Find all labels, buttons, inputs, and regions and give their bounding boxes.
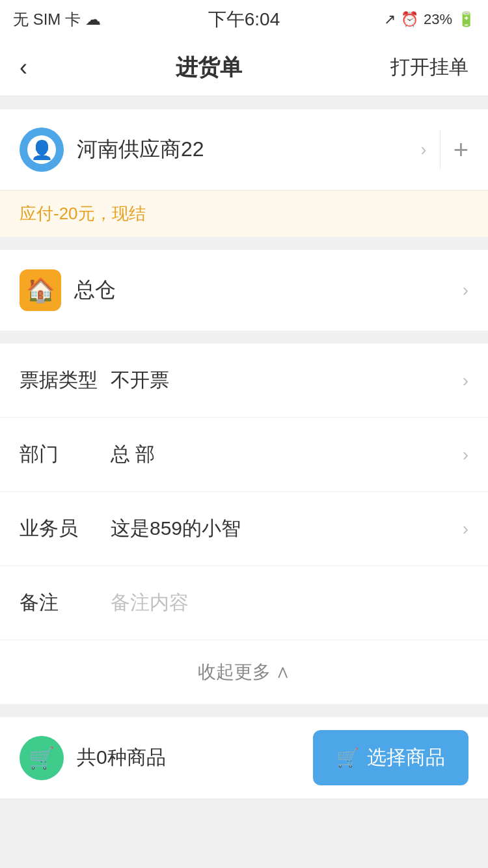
supplier-row[interactable]: 👤 河南供应商22 › + [0, 109, 488, 190]
supplier-divider [440, 130, 441, 169]
cart-icon: 🛒 [29, 746, 55, 770]
warehouse-row[interactable]: 🏠 总仓 › [0, 250, 488, 331]
notice-bar: 应付-20元，现结 [0, 190, 488, 237]
supplier-name: 河南供应商22 [77, 135, 420, 164]
cart-icon-wrap: 🛒 [20, 736, 64, 780]
invoice-type-value: 不开票 [104, 367, 463, 394]
status-left: 无 SIM 卡 ☁ [13, 9, 101, 30]
department-label: 部门 [20, 441, 104, 468]
invoice-type-label: 票据类型 [20, 367, 104, 394]
warehouse-icon: 🏠 [26, 277, 55, 304]
remark-input[interactable]: 备注内容 [104, 590, 468, 616]
status-right: ↗ ⏰ 23% 🔋 [384, 11, 475, 28]
salesperson-label: 业务员 [20, 515, 104, 542]
warehouse-section[interactable]: 🏠 总仓 › [0, 250, 488, 331]
salesperson-row[interactable]: 业务员 这是859的小智 › [0, 491, 488, 565]
alarm-icon: ⏰ [401, 11, 418, 28]
supplier-chevron-icon: › [420, 139, 426, 160]
battery-icon: 🔋 [457, 11, 475, 28]
battery-level: 23% [424, 11, 452, 28]
location-icon: ↗ [384, 11, 396, 28]
open-pending-button[interactable]: 打开挂单 [390, 54, 468, 81]
warehouse-icon-wrap: 🏠 [20, 269, 61, 311]
select-btn-icon: 🛒 [336, 747, 359, 768]
add-supplier-button[interactable]: + [454, 135, 468, 165]
invoice-chevron-icon: › [463, 370, 468, 391]
back-button[interactable]: ‹ [20, 54, 27, 81]
invoice-type-row[interactable]: 票据类型 不开票 › [0, 344, 488, 417]
salesperson-value: 这是859的小智 [104, 515, 463, 542]
gap-1 [0, 96, 488, 109]
collapse-label: 收起更多 ∧ [198, 662, 291, 682]
supplier-avatar: 👤 [20, 128, 64, 172]
select-product-button[interactable]: 🛒 选择商品 [313, 730, 468, 785]
supplier-section: 👤 河南供应商22 › + 应付-20元，现结 [0, 109, 488, 237]
avatar-person-icon: 👤 [31, 139, 53, 161]
gap-3 [0, 331, 488, 344]
bottom-bar: 🛒 共0种商品 🛒 选择商品 [0, 717, 488, 798]
remark-row[interactable]: 备注 备注内容 [0, 565, 488, 640]
gap-2 [0, 237, 488, 250]
status-time: 下午6:04 [208, 7, 280, 32]
department-value: 总 部 [104, 441, 463, 468]
department-chevron-icon: › [463, 444, 468, 465]
notice-text: 应付-20元，现结 [20, 204, 146, 223]
collapse-button[interactable]: 收起更多 ∧ [0, 640, 488, 704]
page-title: 进货单 [176, 53, 242, 83]
salesperson-chevron-icon: › [463, 519, 468, 539]
body-background [0, 798, 488, 868]
nav-bar: ‹ 进货单 打开挂单 [0, 39, 488, 96]
remark-label: 备注 [20, 590, 104, 616]
warehouse-name: 总仓 [74, 276, 463, 305]
gap-4 [0, 704, 488, 717]
form-section: 票据类型 不开票 › 部门 总 部 › 业务员 这是859的小智 › 备注 备注… [0, 344, 488, 704]
select-btn-label: 选择商品 [367, 744, 445, 771]
warehouse-chevron-icon: › [463, 280, 468, 301]
avatar-inner: 👤 [27, 135, 56, 164]
sim-status: 无 SIM 卡 ☁ [13, 9, 101, 30]
department-row[interactable]: 部门 总 部 › [0, 417, 488, 491]
product-count: 共0种商品 [77, 744, 300, 771]
status-bar: 无 SIM 卡 ☁ 下午6:04 ↗ ⏰ 23% 🔋 [0, 0, 488, 39]
